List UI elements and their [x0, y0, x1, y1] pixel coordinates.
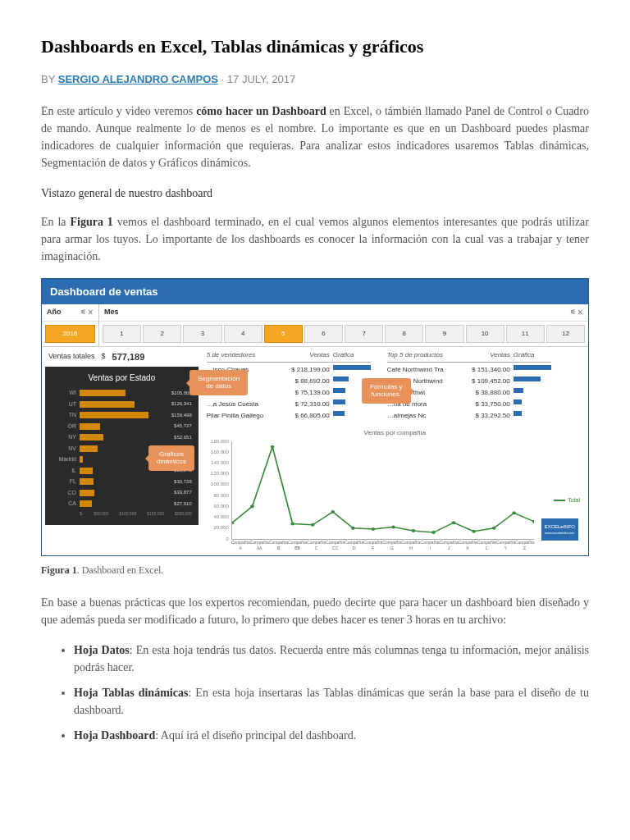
list-item: Hoja Tablas dinámicas: En esta hoja inse… [74, 684, 589, 719]
table-row: Cerveza Northwind$ 109,452.00 [387, 376, 551, 387]
table-row: Café Northwind Tra$ 151,340.00 [387, 364, 551, 376]
estado-bar-row: WI$105,065 [52, 389, 192, 398]
list-item: Hoja Dashboard: Aquí irá el diseño princ… [74, 727, 589, 744]
slicer-month-item[interactable]: 9 [425, 325, 463, 343]
slicer-month-item[interactable]: 8 [385, 325, 423, 343]
table-row: …da de mora$ 33,750.00 [387, 399, 551, 410]
callout-graficos: Gráficosdinámicos [148, 445, 194, 471]
estado-title: Ventas por Estado [52, 372, 192, 384]
table-row: …a Jesús Cuesta$ 72,310.00 [207, 399, 371, 410]
callout-formulas: Fórmulas yfunciones. [362, 378, 411, 404]
section-heading: Vistazo general de nuestro dashboard [41, 185, 589, 202]
brand-badge: EXCELeINFO www.exceleinfo.com [541, 518, 578, 541]
svg-point-12 [472, 529, 476, 532]
slicer-filter-icon[interactable]: ⚟ ⨯ [80, 308, 94, 317]
svg-point-10 [431, 531, 436, 534]
svg-point-3 [290, 522, 294, 525]
svg-point-11 [451, 521, 455, 524]
slicer-month: Mes⚟ ⨯ 123456789101112 [99, 304, 588, 346]
intro-paragraph: En este artículo y video veremos cómo ha… [41, 103, 589, 171]
byline-sep: · [218, 73, 227, 85]
slicers-row: Año⚟ ⨯ 2016 Mes⚟ ⨯ 123456789101112 [42, 304, 588, 347]
estado-bar-row: CA$27,910 [52, 500, 192, 509]
dashboard-body: Ventas totales $ 577,189 Ventas por Esta… [42, 347, 588, 555]
svg-point-13 [492, 526, 496, 529]
byline-prefix: BY [41, 73, 58, 85]
slicer-month-label: Mes [104, 307, 119, 318]
author-link[interactable]: SERGIO ALEJANDRO CAMPOS [58, 73, 218, 85]
svg-point-5 [331, 509, 335, 513]
list-item: Hoja Datos: En esta hoja tendrás tus dat… [74, 641, 589, 676]
slicer-month-item[interactable]: 10 [466, 325, 504, 343]
paragraph-2: En la Figura 1 vemos el dashboard termin… [41, 213, 589, 265]
slicer-month-item[interactable]: 6 [304, 325, 343, 343]
slicer-month-item[interactable]: 2 [143, 325, 181, 343]
page-title: Dashboards en Excel, Tablas dinámicas y … [41, 33, 589, 60]
slicer-month-item[interactable]: 12 [546, 325, 585, 343]
byline: BY SERGIO ALEJANDRO CAMPOS · 17 JULY, 20… [41, 71, 589, 88]
slicer-year: Año⚟ ⨯ 2016 [42, 304, 99, 346]
slicer-year-item[interactable]: 2016 [45, 325, 95, 343]
totals-currency: $ [102, 351, 106, 363]
slicer-month-item[interactable]: 11 [506, 325, 545, 343]
svg-point-7 [371, 527, 375, 531]
slicer-month-item[interactable]: 4 [224, 325, 262, 343]
line-legend: Total [554, 496, 580, 505]
line-chart: 020,00040,00060,00080,000100,000120,0001… [231, 441, 534, 540]
estado-bar-row: OR$45,727 [52, 422, 192, 431]
svg-point-2 [271, 445, 275, 448]
svg-point-8 [391, 525, 395, 528]
estado-bar-row: TN$159,498 [52, 411, 192, 420]
table-row: Pilar Pinilla Gallego$ 66,805.00 [207, 410, 371, 422]
slicer-month-item[interactable]: 1 [103, 325, 141, 343]
totals-value: 577,189 [112, 350, 145, 364]
callout-segmentacion: Segmentaciónde datos [189, 370, 248, 395]
svg-point-1 [250, 504, 254, 508]
estado-bar-row: UT$126,341 [52, 400, 192, 409]
slicer-month-item[interactable]: 7 [345, 325, 383, 343]
figure-caption: Figura 1. Dashboard en Excel. [41, 563, 589, 578]
slicer-month-item[interactable]: 3 [183, 325, 221, 343]
slicer-year-label: Año [47, 307, 62, 318]
post-date: 17 JULY, 2017 [227, 73, 295, 85]
dashboard-figure: Dashboard de ventas Año⚟ ⨯ 2016 Mes⚟ ⨯ 1… [41, 278, 589, 556]
estado-bar-row: NY$52,651 [52, 433, 192, 442]
estado-bar-row: CO$33,877 [52, 489, 192, 498]
table-row: …almejas Nc$ 33,292.50 [387, 410, 551, 422]
svg-point-4 [311, 523, 315, 526]
totals-label: Ventas totales [48, 351, 95, 363]
svg-point-6 [351, 526, 355, 529]
bullet-list: Hoja Datos: En esta hoja tendrás tus dat… [74, 641, 589, 744]
svg-point-9 [411, 529, 415, 532]
slicer-filter-icon[interactable]: ⚟ ⨯ [570, 308, 583, 317]
svg-point-14 [512, 511, 516, 514]
paragraph-3: En base a buenas prácticas que los exper… [41, 594, 589, 628]
estado-bar-row: FL$30,728 [52, 477, 192, 486]
line-chart-title: Ventas por compañía [207, 428, 583, 438]
dashboard-title: Dashboard de ventas [42, 279, 588, 305]
slicer-month-item[interactable]: 5 [264, 325, 303, 343]
totals-row: Ventas totales $ 577,189 [42, 347, 202, 368]
